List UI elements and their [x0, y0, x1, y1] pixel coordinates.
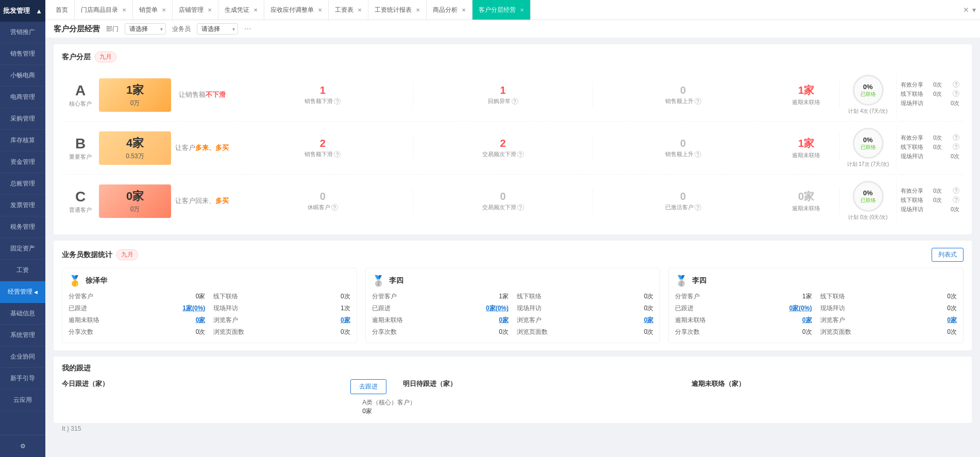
- info-icon[interactable]: ?: [334, 151, 341, 158]
- tier-c-circle-percent: 0%: [863, 189, 873, 197]
- sidebar-item-yyy[interactable]: 云应用: [0, 390, 45, 411]
- sidebar-item-cggl[interactable]: 采购管理: [0, 108, 45, 130]
- tier-a-stat-0[interactable]: 1 销售额下滑 ?: [233, 82, 413, 107]
- sidebar-item-xsyd[interactable]: 新手引导: [0, 368, 45, 390]
- tier-b-main-stat[interactable]: 4家 0.53万: [99, 131, 171, 165]
- sidebar-item-zjgl[interactable]: 资金管理: [0, 151, 45, 173]
- tier-a-right-stats: 有效分享 0次 ? 线下联络 0次 ? 现场拜访 0次: [897, 79, 964, 111]
- tier-c-main-stat[interactable]: 0家 0万: [99, 184, 171, 218]
- sidebar-item-qyxt[interactable]: 企业协同: [0, 346, 45, 368]
- tab-close-icon[interactable]: ✕: [208, 7, 212, 13]
- tab-close-all-icon[interactable]: ✕: [963, 6, 969, 14]
- tier-c-stat-0[interactable]: 0 休眠客户 ?: [233, 189, 413, 213]
- tab-close-icon[interactable]: ✕: [318, 7, 322, 13]
- stat-val-link[interactable]: 0家: [499, 316, 509, 325]
- tab-close-icon[interactable]: ✕: [122, 7, 126, 13]
- tab-voucher[interactable]: 生成凭证 ✕: [218, 0, 264, 20]
- more-options-icon[interactable]: ···: [244, 24, 251, 33]
- followup-row: 今日跟进（家） 去跟进 明日待跟进（家） 逾期未联络（家）: [62, 379, 964, 394]
- info-icon[interactable]: ?: [334, 98, 341, 105]
- tab-close-icon[interactable]: ✕: [462, 7, 466, 13]
- tab-store-manage[interactable]: 店铺管理 ✕: [173, 0, 218, 20]
- tier-a-contact[interactable]: 1家 逾期未联络: [773, 81, 840, 108]
- tier-a-circle-plan: 计划 4次 (7天/次): [844, 108, 892, 115]
- stat-val-link[interactable]: 0家(0%): [486, 304, 509, 313]
- tab-ar-adjust[interactable]: 应收应付调整单 ✕: [264, 0, 329, 20]
- tab-menu-icon[interactable]: ▾: [972, 6, 976, 14]
- list-view-button[interactable]: 列表式: [932, 248, 964, 262]
- info-icon[interactable]: ?: [953, 187, 959, 194]
- tab-store-products[interactable]: 门店商品目录 ✕: [75, 0, 133, 20]
- goto-followup-button[interactable]: 去跟进: [350, 379, 386, 394]
- tier-a-main-stat[interactable]: 1家 0万: [99, 78, 171, 112]
- sidebar-item-jcxx[interactable]: 基础信息: [0, 303, 45, 325]
- followup-bottom-row: A类（核心）客户） 0家: [62, 398, 964, 416]
- info-icon[interactable]: ?: [517, 151, 524, 158]
- sidebar-collapse-icon[interactable]: ▲: [36, 7, 42, 15]
- tab-close-icon[interactable]: ✕: [520, 7, 524, 13]
- sidebar-item-yxtg[interactable]: 营销推广: [0, 22, 45, 43]
- tab-sales-order[interactable]: 销货单 ✕: [133, 0, 173, 20]
- biz-grid: 🥇 徐泽华 分管客户 0家 线下联络 0次 已跟进: [62, 268, 964, 343]
- stat-label: 已跟进: [69, 304, 87, 313]
- info-icon[interactable]: ?: [517, 204, 524, 211]
- stat-val-link[interactable]: 0家: [341, 316, 350, 325]
- info-icon[interactable]: ?: [953, 90, 959, 97]
- tab-close-icon[interactable]: ✕: [254, 7, 258, 13]
- sidebar-item-gz[interactable]: 工资: [0, 260, 45, 281]
- tab-close-icon[interactable]: ✕: [416, 7, 420, 13]
- stat-label: 线下联络: [213, 292, 238, 301]
- tab-payroll-report[interactable]: 工资统计报表 ✕: [368, 0, 427, 20]
- sidebar-item-xtgl[interactable]: 系统管理: [0, 325, 45, 346]
- stat-label: 已激活客户 ?: [597, 204, 769, 211]
- sales-select[interactable]: 请选择: [197, 23, 238, 35]
- tier-b-stat-1[interactable]: 2 交易频次下滑 ?: [413, 136, 594, 160]
- biz-stat-row: 线下联络 0次: [820, 292, 957, 301]
- tab-product-analysis[interactable]: 商品分析 ✕: [427, 0, 472, 20]
- stat-val-link[interactable]: 0家: [947, 316, 957, 325]
- info-icon[interactable]: ?: [331, 204, 338, 211]
- tier-b-contact[interactable]: 1家 逾期未联络: [773, 134, 840, 161]
- sidebar-item-dscgl[interactable]: 电商管理: [0, 87, 45, 108]
- info-icon[interactable]: ?: [953, 134, 959, 141]
- stat-val-link[interactable]: 0家(0%): [789, 304, 812, 313]
- sidebar-item-zzgl[interactable]: 总账管理: [0, 173, 45, 195]
- tier-b-stat-0[interactable]: 2 销售额下滑 ?: [233, 136, 413, 160]
- sidebar-item-xcdsc[interactable]: 小畅电商: [0, 65, 45, 87]
- info-icon[interactable]: ?: [695, 204, 701, 211]
- stat-num: 2: [237, 138, 409, 149]
- tier-c-stat-2[interactable]: 0 已激活客户 ?: [593, 189, 773, 213]
- info-icon[interactable]: ?: [953, 143, 959, 150]
- stat-val-link[interactable]: 1家(0%): [182, 304, 205, 313]
- tier-c-contact[interactable]: 0家 逾期未联络: [773, 188, 840, 214]
- tab-payroll[interactable]: 工资表 ✕: [329, 0, 368, 20]
- tab-customer-tier[interactable]: 客户分层经营 ✕: [472, 0, 531, 20]
- biz-stat-row: 逾期未联络 0家: [372, 316, 509, 325]
- sidebar-header[interactable]: 批发管理 ▲: [0, 0, 45, 22]
- tab-close-icon[interactable]: ✕: [358, 7, 362, 13]
- info-icon[interactable]: ?: [695, 151, 701, 158]
- sidebar-item-gdzc[interactable]: 固定资产: [0, 238, 45, 260]
- sidebar-item-fpgl[interactable]: 发票管理: [0, 195, 45, 216]
- info-icon[interactable]: ?: [695, 98, 701, 105]
- tier-c-stat-1[interactable]: 0 交易频次下滑 ?: [413, 189, 594, 213]
- info-icon[interactable]: ?: [953, 81, 959, 88]
- followup-today-title: 今日跟进（家）: [62, 379, 334, 388]
- dept-select[interactable]: 请选择: [125, 23, 166, 35]
- sidebar-item-xsgl[interactable]: 销售管理: [0, 43, 45, 65]
- settings-icon[interactable]: ⚙: [0, 435, 45, 457]
- stat-val-link[interactable]: 0家: [644, 316, 654, 325]
- info-icon[interactable]: ?: [512, 98, 518, 105]
- tier-a-stat-2[interactable]: 0 销售额上升 ?: [593, 82, 773, 107]
- sidebar-item-kche[interactable]: 库存核算: [0, 130, 45, 151]
- sidebar-item-jygl[interactable]: 经营管理 ◀: [0, 281, 45, 303]
- tier-b-stat-2[interactable]: 0 销售额上升 ?: [593, 136, 773, 160]
- stat-val-link[interactable]: 0家: [802, 316, 812, 325]
- biz-stat-row: 分管客户 1家: [675, 292, 812, 301]
- tier-a-stat-1[interactable]: 1 回购异常 ?: [413, 82, 594, 107]
- sidebar-item-swgl[interactable]: 税务管理: [0, 216, 45, 238]
- tab-close-icon[interactable]: ✕: [162, 7, 166, 13]
- stat-val-link[interactable]: 0家: [196, 316, 206, 325]
- tab-home[interactable]: 首页: [49, 0, 75, 20]
- info-icon[interactable]: ?: [953, 196, 959, 203]
